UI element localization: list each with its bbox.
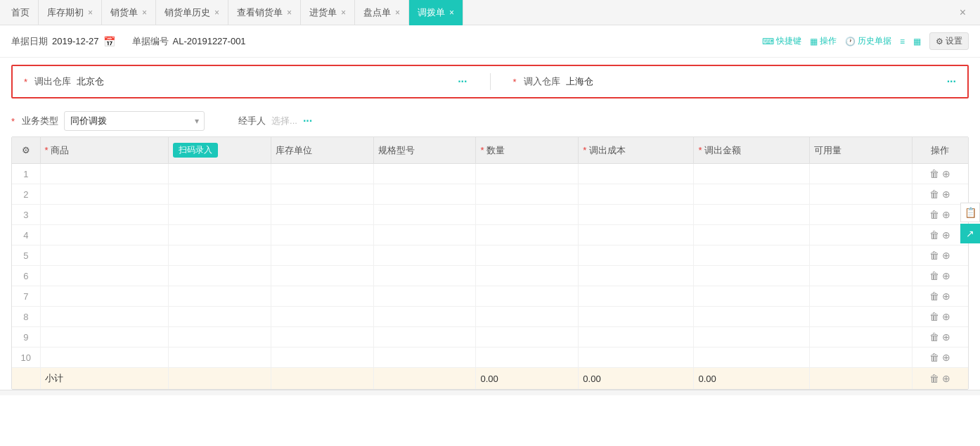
quantity-cell[interactable]	[476, 164, 579, 184]
quantity-cell[interactable]	[476, 225, 579, 246]
unit-cell[interactable]	[271, 307, 373, 327]
tab-inventory-init[interactable]: 库存期初 ×	[39, 0, 102, 25]
cost-cell[interactable]	[579, 225, 694, 246]
column-gear[interactable]: ⚙	[12, 137, 40, 164]
unit-cell[interactable]	[271, 266, 373, 286]
copy-icon[interactable]: ⊕	[942, 270, 950, 281]
layout1-button[interactable]: ≡	[900, 37, 905, 46]
target-warehouse-more-button[interactable]: ···	[947, 75, 956, 88]
unit-cell[interactable]	[271, 348, 373, 368]
settings-button[interactable]: ⚙ 设置	[929, 32, 969, 50]
cost-cell[interactable]	[579, 348, 694, 368]
delete-icon[interactable]: 🗑	[929, 209, 939, 220]
cost-cell[interactable]	[579, 164, 694, 184]
quantity-cell[interactable]	[476, 205, 579, 225]
tab-close-sales-order[interactable]: ×	[142, 8, 147, 18]
cost-cell[interactable]	[579, 286, 694, 307]
handler-input[interactable]: 选择...	[271, 115, 297, 127]
window-close-button[interactable]: ×	[954, 6, 972, 19]
cost-cell[interactable]	[579, 307, 694, 327]
delete-icon[interactable]: 🗑	[929, 311, 939, 322]
product-cell[interactable]	[40, 246, 168, 266]
product-cell[interactable]	[40, 164, 168, 184]
product-cell[interactable]	[40, 205, 168, 225]
handler-more-button[interactable]: ···	[303, 115, 312, 127]
delete-icon[interactable]: 🗑	[929, 331, 939, 343]
copy-icon[interactable]: ⊕	[942, 189, 950, 200]
tab-view-sales[interactable]: 查看销货单 ×	[228, 0, 301, 25]
copy-icon[interactable]: ⊕	[942, 250, 950, 261]
spec-cell[interactable]	[373, 266, 476, 286]
amount-cell[interactable]	[694, 164, 809, 184]
spec-cell[interactable]	[373, 205, 476, 225]
calendar-icon[interactable]: 📅	[103, 36, 115, 47]
copy-icon[interactable]: ⊕	[942, 209, 950, 220]
unit-cell[interactable]	[271, 286, 373, 307]
spec-cell[interactable]	[373, 164, 476, 184]
delete-icon[interactable]: 🗑	[929, 189, 939, 200]
quantity-cell[interactable]	[476, 286, 579, 307]
product-cell[interactable]	[40, 307, 168, 327]
copy-icon[interactable]: ⊕	[942, 373, 950, 384]
product-cell[interactable]	[40, 184, 168, 205]
tab-home[interactable]: 首页	[6, 0, 39, 25]
delete-icon[interactable]: 🗑	[929, 168, 939, 179]
quantity-cell[interactable]	[476, 348, 579, 368]
quantity-cell[interactable]	[476, 327, 579, 348]
amount-cell[interactable]	[694, 348, 809, 368]
quantity-cell[interactable]	[476, 307, 579, 327]
amount-cell[interactable]	[694, 266, 809, 286]
amount-cell[interactable]	[694, 286, 809, 307]
tab-close-inventory-init[interactable]: ×	[88, 8, 93, 18]
spec-cell[interactable]	[373, 348, 476, 368]
scrollbar-area[interactable]	[0, 390, 980, 395]
unit-cell[interactable]	[271, 246, 373, 266]
spec-cell[interactable]	[373, 307, 476, 327]
delete-icon[interactable]: 🗑	[929, 373, 939, 384]
cost-cell[interactable]	[579, 246, 694, 266]
spec-cell[interactable]	[373, 184, 476, 205]
business-type-select[interactable]: 同价调拨	[64, 111, 205, 131]
cost-cell[interactable]	[579, 327, 694, 348]
delete-icon[interactable]: 🗑	[929, 352, 939, 363]
source-warehouse-more-button[interactable]: ···	[458, 75, 467, 88]
quantity-cell[interactable]	[476, 266, 579, 286]
amount-cell[interactable]	[694, 205, 809, 225]
spec-cell[interactable]	[373, 246, 476, 266]
unit-cell[interactable]	[271, 205, 373, 225]
cost-cell[interactable]	[579, 184, 694, 205]
delete-icon[interactable]: 🗑	[929, 250, 939, 261]
copy-icon[interactable]: ⊕	[942, 331, 950, 343]
delete-icon[interactable]: 🗑	[929, 270, 939, 281]
delete-icon[interactable]: 🗑	[929, 229, 939, 241]
copy-icon[interactable]: ⊕	[942, 352, 950, 363]
tab-inventory-check[interactable]: 盘点单 ×	[355, 0, 409, 25]
amount-cell[interactable]	[694, 184, 809, 205]
tab-sales-history[interactable]: 销货单历史 ×	[156, 0, 228, 25]
tab-purchase[interactable]: 进货单 ×	[301, 0, 355, 25]
quantity-cell[interactable]	[476, 184, 579, 205]
history-button[interactable]: 🕐 历史单据	[845, 35, 891, 47]
amount-cell[interactable]	[694, 246, 809, 266]
cost-cell[interactable]	[579, 266, 694, 286]
product-cell[interactable]	[40, 266, 168, 286]
product-cell[interactable]	[40, 327, 168, 348]
float-expand-button[interactable]: ↗	[960, 224, 980, 243]
tab-close-view-sales[interactable]: ×	[287, 8, 292, 18]
unit-cell[interactable]	[271, 225, 373, 246]
unit-cell[interactable]	[271, 184, 373, 205]
unit-cell[interactable]	[271, 327, 373, 348]
copy-icon[interactable]: ⊕	[942, 291, 950, 302]
tab-close-transfer[interactable]: ×	[449, 8, 454, 18]
tab-close-purchase[interactable]: ×	[341, 8, 346, 18]
copy-icon[interactable]: ⊕	[942, 311, 950, 322]
tab-sales-order[interactable]: 销货单 ×	[102, 0, 156, 25]
operations-button[interactable]: ▦ 操作	[810, 35, 837, 47]
spec-cell[interactable]	[373, 286, 476, 307]
amount-cell[interactable]	[694, 327, 809, 348]
copy-icon[interactable]: ⊕	[942, 229, 950, 241]
spec-cell[interactable]	[373, 327, 476, 348]
product-cell[interactable]	[40, 286, 168, 307]
copy-icon[interactable]: ⊕	[942, 168, 950, 179]
tab-close-sales-history[interactable]: ×	[214, 8, 219, 18]
